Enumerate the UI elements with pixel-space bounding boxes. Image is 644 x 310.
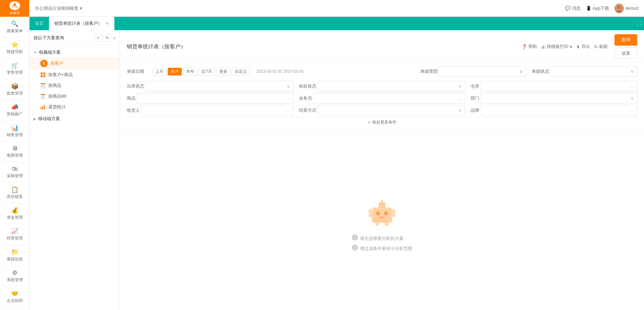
filter-row-2: 出库状态 ∨ 收款状态 ∨ 仓库 — [127, 81, 637, 92]
sidebar-item-system[interactable]: ⚙ 系统管理 — [0, 266, 29, 287]
print-chevron-icon: ▾ — [570, 44, 572, 49]
tree-item-by-product[interactable]: 按商品 — [30, 80, 120, 91]
sidebar-item-search[interactable]: 🔍 搜索菜单 — [0, 17, 29, 38]
tree-group-mobile: ▶ 移动端方案 — [30, 114, 120, 124]
department-select[interactable]: ∨ — [481, 93, 637, 104]
workspace-dropdown[interactable]: 办公用品行业模拟账套 ▾ — [35, 5, 82, 11]
svg-rect-25 — [379, 202, 385, 208]
svg-rect-13 — [41, 96, 45, 96]
svg-rect-6 — [41, 75, 43, 77]
date-range: 2023-03-01 至 2023-03-31 — [257, 69, 304, 74]
sidebar-item-sales[interactable]: 📊 销售管理 — [0, 121, 29, 142]
sidebar-item-purchase[interactable]: 🛍 采购管理 — [0, 162, 29, 183]
tree-item-by-product99[interactable]: 按商品99 — [30, 91, 120, 102]
collapse-up-icon: ∧ — [368, 120, 371, 124]
sidebar-item-retail[interactable]: 🛒 零售管理 — [0, 58, 29, 79]
receive-status-select[interactable]: ∨ — [318, 81, 466, 92]
page-title: 销货单统计表（按客户） — [127, 43, 186, 50]
chevron-down-icon: ▾ — [80, 6, 82, 11]
salesperson-label: 业务员 — [299, 95, 312, 101]
svg-rect-17 — [42, 106, 43, 109]
doc-status-select[interactable]: ∨ — [549, 66, 637, 77]
doc-type-select[interactable]: ∨ — [438, 66, 526, 77]
logo-text: 标版贸 — [10, 11, 20, 15]
tree-group-mobile-header[interactable]: ▶ 移动端方案 — [30, 114, 120, 124]
salesperson-select[interactable]: … — [313, 93, 466, 104]
svg-rect-24 — [379, 217, 385, 218]
sidebar-item-basic[interactable]: 📁 基础信息 — [0, 245, 29, 266]
warehouse-cell: 仓库 … — [471, 81, 637, 92]
bar-chart-icon — [40, 104, 46, 110]
date-label: 单据日期 — [127, 68, 147, 74]
product-more-icon: … — [286, 96, 290, 101]
tree-group-desktop: ▼ 电脑端方案 客 按客户 按客户+商品 — [30, 47, 120, 112]
mobile-arrow-icon: ▶ — [34, 117, 36, 121]
svg-rect-4 — [41, 72, 43, 74]
logo-icon — [9, 1, 20, 10]
refresh-scheme-button[interactable]: ↻ — [104, 34, 111, 42]
sidebar-item-marketing[interactable]: 📣 营销推广 — [0, 100, 29, 121]
logo-area: 标版贸 — [0, 0, 29, 17]
refresh-button[interactable]: ↻ 刷新 — [594, 44, 608, 50]
settings-button[interactable]: 设置 — [614, 48, 637, 59]
svg-rect-7 — [43, 75, 45, 77]
sidebar-item-finance[interactable]: 💰 资金管理 — [0, 203, 29, 224]
export-button[interactable]: ⬇ 导出 — [576, 44, 590, 50]
tab-home[interactable]: 首页 — [30, 17, 49, 30]
add-scheme-button[interactable]: + — [94, 34, 102, 42]
message-button[interactable]: 💬 消息 — [565, 5, 581, 11]
svg-rect-5 — [43, 72, 45, 74]
product-select[interactable]: … — [137, 93, 293, 104]
main-action-buttons: 查询 设置 — [614, 34, 637, 59]
last-month-button[interactable]: 上月 — [152, 68, 166, 75]
receive-status-chevron-icon: ∨ — [459, 84, 462, 89]
last7-button[interactable]: 近7天 — [199, 68, 215, 75]
doc-type-chevron-icon: ∨ — [520, 69, 523, 74]
tree-item-return-stats[interactable]: 退货统计 — [30, 102, 120, 112]
this-year-button[interactable]: 本年 — [183, 68, 197, 75]
settlement-cell: 结算方式 ∨ — [299, 105, 466, 116]
sidebar-item-wholesale[interactable]: 📦 批发管理 — [0, 79, 29, 100]
warehouse-label: 仓库 — [471, 83, 479, 89]
tree-group-desktop-header[interactable]: ▼ 电脑端方案 — [30, 47, 120, 57]
warehouse-select[interactable]: … — [481, 81, 637, 92]
settlement-chevron-icon: ∨ — [459, 108, 462, 113]
export-icon: ⬇ — [576, 44, 580, 49]
more-button[interactable]: 更多 — [216, 68, 230, 75]
tab-maximize-button[interactable]: ⛶ — [637, 21, 641, 26]
avatar — [614, 4, 624, 13]
user-menu[interactable]: demo2 — [614, 4, 639, 13]
sidebar-menu: 🔍 搜索菜单 ⭐ 快捷导航 🛒 零售管理 📦 批发管理 📣 营销推广 📊 销售管… — [0, 17, 29, 310]
help-button[interactable]: ❓ 帮助 — [522, 44, 537, 50]
receiver-label: 收货人 — [127, 107, 140, 113]
phone-icon: 📱 — [586, 6, 591, 11]
tree-item-by-customer[interactable]: 客 按客户 — [30, 57, 120, 69]
sidebar-item-newbie[interactable]: 🎯 新手引导 — [0, 307, 29, 310]
tab-close-icon[interactable]: ✕ — [106, 21, 109, 26]
receiver-select[interactable]: … — [141, 105, 293, 116]
tab-bar: 首页 销货单统计表（按客户） ✕ ⛶ — [30, 17, 644, 30]
collapse-filters-button[interactable]: ∧ 收起更多条件 — [127, 117, 637, 127]
sidebar-item-operations[interactable]: 📈 经营管理 — [0, 224, 29, 245]
tab-report[interactable]: 销货单统计表（按客户） ✕ — [49, 17, 114, 30]
sidebar-item-enterprise[interactable]: 🤝 企业协同 — [0, 287, 29, 307]
left-panel-actions: + ↻ « — [94, 34, 116, 42]
tip-item-1: 1 请先选择要分析的方案 — [352, 234, 412, 243]
settlement-select[interactable]: ∨ — [318, 105, 466, 116]
collapse-panel-button[interactable]: « — [113, 35, 116, 41]
out-status-select[interactable]: ∨ — [146, 81, 293, 92]
sidebar-item-ecommerce[interactable]: 🖥 电商管理 — [0, 142, 29, 162]
query-button[interactable]: 查询 — [614, 34, 637, 46]
app-download-button[interactable]: 📱 App下载 — [586, 5, 609, 11]
print-button[interactable]: 🖨 按模板打印 ▾ — [541, 44, 572, 50]
tree-item-by-customer-product[interactable]: 按客户+商品 — [30, 69, 120, 80]
this-month-button[interactable]: 本月 — [168, 68, 182, 75]
salesperson-more-icon: … — [458, 96, 462, 101]
sidebar-item-quicknav[interactable]: ⭐ 快捷导航 — [0, 38, 29, 58]
right-panel: 销货单统计表（按客户） ❓ 帮助 🖨 按模板打印 ▾ ⬇ 导出 — [120, 30, 644, 310]
custom-button[interactable]: 自定义 — [232, 68, 250, 75]
brand-select[interactable]: … — [481, 105, 637, 116]
left-panel: 按以下方案查询 + ↻ « ▼ 电脑端方案 — [30, 30, 120, 310]
content-area: 按以下方案查询 + ↻ « ▼ 电脑端方案 — [30, 30, 644, 310]
sidebar-item-inventory[interactable]: 📋 库存核算 — [0, 183, 29, 203]
